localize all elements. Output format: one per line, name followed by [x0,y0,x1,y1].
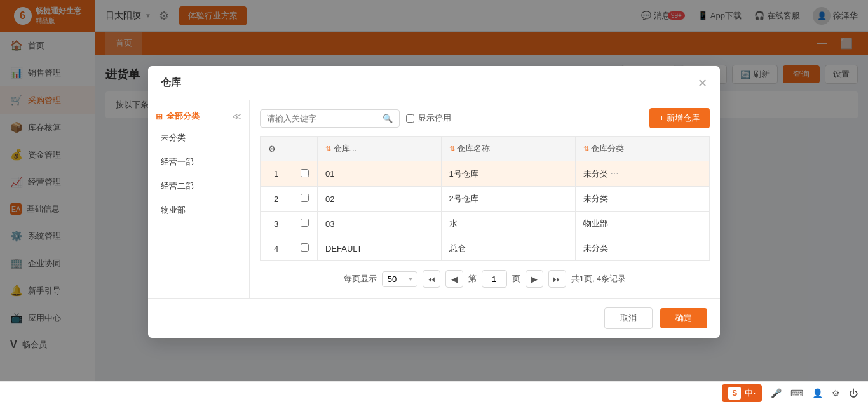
add-warehouse-button[interactable]: + 新增仓库 [649,108,710,128]
row-name: 水 [441,212,575,236]
table-row[interactable]: 3 03 水 物业部 [261,212,710,236]
cat-item-unclassified[interactable]: 未分类 [148,126,249,150]
row-name: 1号仓库 [441,161,575,187]
per-page-select[interactable]: 50 100 200 [382,271,417,287]
mic-icon[interactable]: 🎤 [771,388,782,398]
last-page-button[interactable]: ⏭ [548,270,566,288]
per-page-label: 每页显示 [344,273,377,285]
table-body: 1 01 1号仓库 未分类 ··· 2 02 2号仓库 未分类 [261,161,710,261]
row-category: 未分类 [575,236,709,261]
table-head: ⚙ ⇅ 仓库... ⇅ 仓库名称 ⇅ [261,137,710,161]
brand-label: 中· [745,387,756,399]
taskbar: S 中· 🎤 ⌨ 👤 ⚙ ⏻ [0,381,868,404]
modal-title: 仓库 [161,76,181,90]
col-code: ⇅ 仓库... [318,137,442,161]
table-header-row: ⚙ ⇅ 仓库... ⇅ 仓库名称 ⇅ [261,137,710,161]
col-settings: ⚙ [261,137,292,161]
show-disabled-checkbox[interactable] [406,114,414,123]
show-disabled-label[interactable]: 显示停用 [406,112,451,124]
all-categories-item[interactable]: ⊞ 全部分类 [156,111,200,122]
sort-icon: ⇅ [325,145,331,152]
row-num: 4 [261,236,292,261]
table-area: 🔍 显示停用 + 新增仓库 ⚙ ⇅ [250,100,720,298]
show-disabled-text: 显示停用 [418,112,451,124]
modal-overlay[interactable]: 仓库 ✕ ⊞ 全部分类 ≪ 未分类 经营一部 经营二部 物业部 [0,0,868,404]
modal-close-button[interactable]: ✕ [698,77,707,89]
row-code: 03 [318,212,442,236]
row-category: 未分类 [575,187,709,212]
cancel-button[interactable]: 取消 [604,307,653,329]
row-category: 未分类 ··· [575,161,709,187]
search-icon: 🔍 [383,114,393,123]
modal-footer: 取消 确定 [148,298,720,338]
next-page-button[interactable]: ▶ [526,270,543,288]
page-input[interactable] [482,270,507,288]
cat-item-ops2[interactable]: 经营二部 [148,174,249,198]
row-name: 总仓 [441,236,575,261]
power-icon[interactable]: ⏻ [849,388,858,398]
cat-item-ops1[interactable]: 经营一部 [148,150,249,174]
row-num: 2 [261,187,292,212]
warehouse-table: ⚙ ⇅ 仓库... ⇅ 仓库名称 ⇅ [260,136,710,261]
row-code: 02 [318,187,442,212]
all-categories-label: 全部分类 [166,111,200,122]
row-code: 01 [318,161,442,187]
row-category: 物业部 [575,212,709,236]
total-records: 共1页, 4条记录 [571,273,627,285]
prev-page-button[interactable]: ◀ [445,270,463,288]
collapse-icon[interactable]: ≪ [232,111,241,121]
modal-header: 仓库 ✕ [148,66,720,100]
sort-icon: ⇅ [449,145,455,152]
row-num: 1 [261,161,292,187]
pagination: 每页显示 50 100 200 ⏮ ◀ 第 页 ▶ ⏭ 共1页, 4条记录 [260,261,710,290]
page-label: 第 [468,273,477,285]
category-list: 未分类 经营一部 经营二部 物业部 [148,126,249,292]
grid-icon: ⊞ [156,112,163,121]
table-row[interactable]: 1 01 1号仓库 未分类 ··· [261,161,710,187]
taskbar-brand: S 中· [722,384,762,402]
warehouse-modal: 仓库 ✕ ⊞ 全部分类 ≪ 未分类 经营一部 经营二部 物业部 [148,66,720,338]
first-page-button[interactable]: ⏮ [423,270,440,288]
row-num: 3 [261,212,292,236]
cat-item-property[interactable]: 物业部 [148,198,249,222]
settings-taskbar-icon[interactable]: ⚙ [832,388,840,398]
row-actions-btn[interactable]: ··· [610,168,618,179]
search-input[interactable] [267,114,379,123]
row-cb[interactable] [292,236,318,261]
modal-body: ⊞ 全部分类 ≪ 未分类 经营一部 经营二部 物业部 [148,100,720,298]
row-name: 2号仓库 [441,187,575,212]
sort-icon: ⇅ [583,145,589,152]
table-row[interactable]: 4 DEFAULT 总仓 未分类 [261,236,710,261]
page-suffix: 页 [512,273,520,285]
col-checkbox [292,137,318,161]
brand-icon: S [728,387,741,400]
person-icon[interactable]: 👤 [812,388,823,398]
row-code: DEFAULT [318,236,442,261]
search-box: 🔍 [260,109,400,128]
category-sidebar: ⊞ 全部分类 ≪ 未分类 经营一部 经营二部 物业部 [148,100,250,298]
keyboard-icon[interactable]: ⌨ [790,388,803,398]
table-toolbar: 🔍 显示停用 + 新增仓库 [260,108,710,128]
row-cb[interactable] [292,212,318,236]
confirm-button[interactable]: 确定 [660,308,707,328]
row-cb[interactable] [292,161,318,187]
row-cb[interactable] [292,187,318,212]
category-header: ⊞ 全部分类 ≪ [148,107,249,126]
table-row[interactable]: 2 02 2号仓库 未分类 [261,187,710,212]
col-category: ⇅ 仓库分类 [575,137,709,161]
col-name: ⇅ 仓库名称 [441,137,575,161]
